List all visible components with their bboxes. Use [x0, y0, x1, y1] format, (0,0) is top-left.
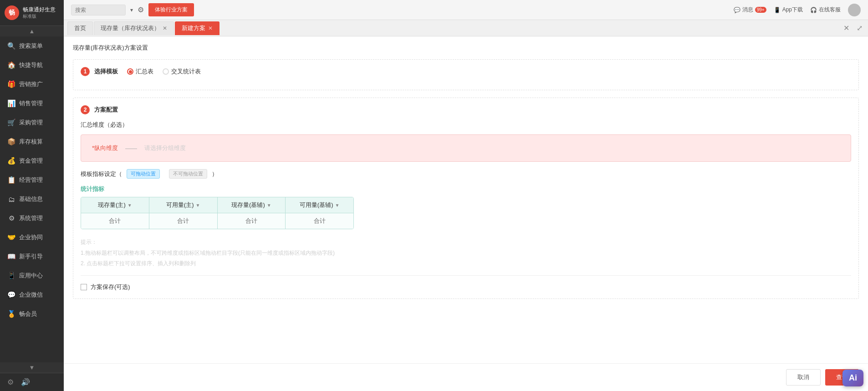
main-area: ▾ ⚙ 体验行业方案 💬 消息 99+ 📱 App下载 🎧 在线客服 首页	[64, 0, 868, 391]
sidebar-item-vip[interactable]: 🏅 畅会员	[0, 304, 64, 324]
home-icon: 🏠	[7, 61, 15, 69]
box-icon: 📦	[7, 138, 15, 146]
sidebar-item-label: 应用中心	[19, 272, 43, 280]
radio-cross-label: 交叉统计表	[171, 67, 201, 76]
gear-icon: ⚙	[7, 214, 15, 222]
step1-badge: 1	[81, 67, 90, 76]
tips-section: 提示： 1.拖动标题栏可以调整布局，不可跨维度或指标区域拖动栏目字段(只能在同一…	[81, 238, 851, 268]
sidebar-item-inventory[interactable]: 📦 库存核算	[0, 132, 64, 151]
user-avatar[interactable]	[848, 4, 861, 16]
template-radio-group: 汇总表 交叉统计表	[127, 67, 201, 76]
sidebar-item-basic[interactable]: 🗂 基础信息	[0, 190, 64, 209]
message-icon: 💬	[734, 7, 740, 13]
trial-button[interactable]: 体验行业方案	[148, 3, 194, 16]
indicator-setting-suffix: ）	[212, 170, 218, 178]
stats-col-label-0: 现存量(主)	[98, 201, 126, 209]
sidebar-item-wechat[interactable]: 💬 企业微信	[0, 285, 64, 304]
step1-header: 1 选择模板 汇总表 交叉统计表	[81, 67, 851, 76]
stats-cell-0-0: 合计	[81, 213, 149, 229]
sidebar-logo: 畅 畅康通好生意 标准版	[0, 0, 64, 26]
tabs-right-controls: ✕ ⤢	[842, 24, 864, 32]
sidebar: 畅 畅康通好生意 标准版 ▲ 🔍 搜索菜单 🏠 快捷导航 🎁 营销推广 📊 销售…	[0, 0, 64, 391]
chat-icon: 💬	[7, 291, 15, 299]
sidebar-item-finance[interactable]: 💰 资金管理	[0, 151, 64, 170]
tab-new-scheme[interactable]: 新建方案 ✕	[175, 21, 220, 35]
sidebar-scroll-down[interactable]: ▼	[0, 362, 64, 373]
sidebar-item-newbie[interactable]: 📖 新手引导	[0, 247, 64, 266]
draggable-tag: 可拖动位置	[127, 169, 160, 179]
sidebar-item-label: 新手引导	[19, 252, 43, 261]
sidebar-item-label: 经营管理	[19, 176, 43, 184]
indicator-setting-label: 模板指标设定（	[81, 170, 122, 178]
chevron-icon-2: ▼	[267, 203, 271, 208]
sidebar-item-label: 系统管理	[19, 214, 43, 222]
vertical-dim-label: *纵向维度	[92, 144, 118, 152]
sidebar-item-system[interactable]: ⚙ 系统管理	[0, 209, 64, 228]
stats-cell-0-2: 合计	[218, 213, 286, 229]
sidebar-item-quicknav[interactable]: 🏠 快捷导航	[0, 56, 64, 75]
sidebar-item-cooperation[interactable]: 🤝 企业协同	[0, 228, 64, 247]
settings-icon[interactable]: ⚙	[7, 378, 14, 386]
stats-col-0[interactable]: 现存量(主) ▼	[81, 197, 149, 213]
tab-new-scheme-label: 新建方案	[182, 24, 205, 32]
cart-icon: 🛒	[7, 118, 15, 127]
sidebar-item-management[interactable]: 📋 经营管理	[0, 170, 64, 190]
cancel-button[interactable]: 取消	[786, 369, 821, 386]
stats-cell-0-1: 合计	[149, 213, 218, 229]
online-service-label: 在线客服	[819, 6, 841, 14]
dim-placeholder[interactable]: 请选择分组维度	[144, 144, 186, 152]
online-service-item[interactable]: 🎧 在线客服	[810, 6, 841, 14]
top-header: ▾ ⚙ 体验行业方案 💬 消息 99+ 📱 App下载 🎧 在线客服	[64, 0, 868, 20]
search-input[interactable]	[71, 5, 126, 15]
tab-home[interactable]: 首页	[67, 21, 93, 35]
app-name: 畅康通好生意 标准版	[23, 6, 56, 20]
tabs-expand-btn[interactable]: ⤢	[855, 24, 864, 32]
radio-summary-label: 汇总表	[136, 67, 153, 76]
sidebar-item-label: 库存核算	[19, 138, 43, 146]
clipboard-icon: 📋	[7, 176, 15, 184]
handshake-icon: 🤝	[7, 233, 15, 242]
download-icon: 📱	[774, 7, 781, 13]
sidebar-item-label: 畅会员	[19, 310, 37, 318]
dropdown-icon[interactable]: ▾	[130, 7, 133, 13]
sidebar-scroll-up[interactable]: ▲	[0, 26, 64, 36]
sidebar-item-label: 采购管理	[19, 118, 43, 127]
stats-header-row: 现存量(主) ▼ 可用量(主) ▼ 现存量(基辅) ▼ 可用量(基辅)	[81, 197, 353, 213]
stats-col-label-2: 现存量(基辅)	[231, 201, 265, 209]
sidebar-item-purchase[interactable]: 🛒 采购管理	[0, 113, 64, 132]
sidebar-item-label: 搜索菜单	[19, 42, 43, 50]
sidebar-item-marketing[interactable]: 🎁 营销推广	[0, 75, 64, 94]
headset-icon: 🎧	[810, 7, 817, 13]
stats-col-2[interactable]: 现存量(基辅) ▼	[218, 197, 286, 213]
messages-label: 消息	[742, 6, 753, 14]
tab-inventory[interactable]: 现存量（库存状况表） ✕	[94, 21, 174, 35]
tab-new-scheme-close[interactable]: ✕	[208, 25, 213, 31]
tips-item-0: 1.拖动标题栏可以调整布局，不可跨维度或指标区域拖动栏目字段(只能在同一维度或指…	[81, 249, 851, 257]
app-download-item[interactable]: 📱 App下载	[774, 6, 803, 14]
stats-body-row-0: 合计 合计 合计 合计	[81, 213, 353, 229]
stats-col-3[interactable]: 可用量(基辅) ▼	[286, 197, 353, 213]
tips-title: 提示：	[81, 238, 851, 246]
volume-icon[interactable]: 🔊	[21, 378, 30, 386]
sidebar-item-sales[interactable]: 📊 销售管理	[0, 94, 64, 113]
ai-float-button[interactable]: Ai	[842, 370, 863, 386]
radio-summary-circle	[127, 68, 133, 75]
stats-col-1[interactable]: 可用量(主) ▼	[149, 197, 218, 213]
messages-item[interactable]: 💬 消息 99+	[734, 6, 766, 14]
step1-title: 选择模板	[94, 67, 118, 76]
sidebar-item-appcenter[interactable]: 📱 应用中心	[0, 266, 64, 285]
dimension-row: *纵向维度 —— 请选择分组维度	[92, 144, 840, 152]
chevron-icon-3: ▼	[335, 203, 340, 208]
header-right: 💬 消息 99+ 📱 App下载 🎧 在线客服	[734, 4, 861, 16]
tabs-close-btn[interactable]: ✕	[842, 24, 851, 32]
radio-summary[interactable]: 汇总表	[127, 67, 153, 76]
header-gear-icon[interactable]: ⚙	[138, 5, 144, 14]
tab-inventory-close[interactable]: ✕	[163, 25, 167, 31]
indicator-setting: 模板指标设定（ 可拖动位置 不可拖动位置 ）	[81, 169, 851, 179]
sidebar-item-label: 企业协同	[19, 233, 43, 242]
sidebar-item-search[interactable]: 🔍 搜索菜单	[0, 36, 64, 56]
chart-icon: 📊	[7, 99, 15, 108]
save-checkbox[interactable]	[81, 284, 87, 290]
chevron-icon-1: ▼	[196, 203, 200, 208]
radio-cross[interactable]: 交叉统计表	[163, 67, 201, 76]
